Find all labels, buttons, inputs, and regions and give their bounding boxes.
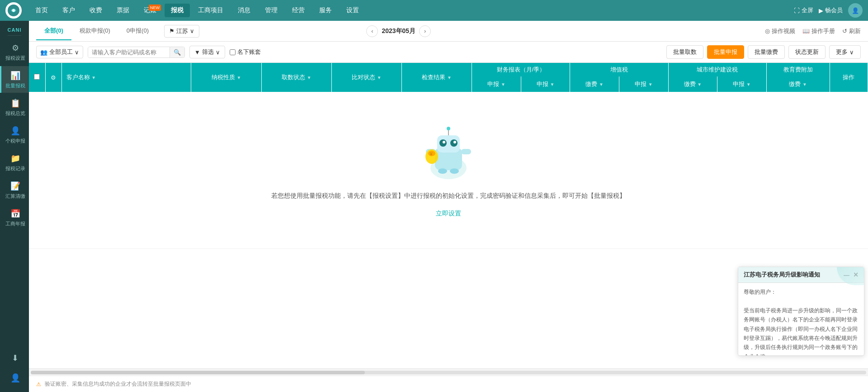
nav-service[interactable]: 服务 [313, 4, 338, 17]
sidebar: CANI ⚙ 报税设置 📊 批量报税 📋 报税总览 👤 个税申报 📁 报税记录 … [0, 21, 29, 392]
svg-point-17 [450, 168, 459, 174]
sidebar-label-settlement: 汇算清缴 [5, 193, 25, 200]
th-financial-declare: 申报 ▼ [472, 76, 521, 92]
sub-account-checkbox[interactable] [230, 49, 236, 55]
scroll-thumb[interactable] [31, 371, 365, 374]
notif-title: 江苏电子税务局升级影响通知 [744, 271, 820, 279]
tab-all[interactable]: 全部(0) [36, 22, 71, 40]
data-table: ⚙ 客户名称 ▼ 纳税性质 ▼ 取数状态 ▼ 比对状态 ▼ [29, 63, 868, 249]
tax-overview-icon: 📋 [10, 98, 20, 108]
nav-operations[interactable]: 经营 [286, 4, 311, 17]
th-city-pay: 缴费 ▼ [668, 76, 717, 92]
sidebar-label-tax-overview: 报税总览 [5, 110, 25, 117]
sidebar-item-batch-tax[interactable]: 📊 批量报税 [0, 66, 29, 93]
sidebar-bottom: ⬇ 👤 [0, 349, 29, 392]
th-edu-declare: 申报 ▼ [717, 76, 767, 92]
region-selector[interactable]: ⚑ 江苏 ∨ [164, 25, 199, 38]
horizontal-scrollbar[interactable] [29, 368, 868, 376]
nav-tax[interactable]: 报税 [165, 4, 190, 17]
employee-label: 全部员工 [49, 48, 73, 56]
warning-text: 验证账密、采集信息均成功的企业才会流转至批量报税页面中 [45, 380, 191, 388]
empty-state-cell: ¥ 若您想使用批量报税功能，请先在【报税设置】中进行报税的初始化设置，完成密码验… [29, 92, 868, 249]
th-vat-pay: 缴费 ▼ [570, 76, 619, 92]
nav-message[interactable]: 消息 [231, 4, 257, 17]
sidebar-item-tax-record[interactable]: 📁 报税记录 [0, 149, 29, 176]
download-icon: ⬇ [12, 353, 19, 363]
nav-home[interactable]: 首页 [29, 4, 54, 17]
nav-business[interactable]: 工商项目 [192, 4, 230, 17]
member-button[interactable]: ▶ 畅会员 [819, 6, 843, 14]
next-period-button[interactable]: › [419, 25, 431, 37]
select-all-checkbox[interactable] [34, 74, 40, 80]
scroll-track [31, 371, 866, 374]
svg-point-1 [12, 9, 15, 12]
tab-zero-declare[interactable]: 0申报(0) [118, 22, 157, 40]
toolbar: 👥 全部员工 ∨ 🔍 ▼ 筛选 ∨ 名下账套 批量取数 批量申报 批量缴费 [29, 42, 868, 63]
sidebar-label-tax-settings: 报税设置 [5, 55, 25, 62]
fullscreen-button[interactable]: ⛶ 全屏 [794, 6, 813, 14]
th-financial-report: 财务报表（月/季） [472, 63, 570, 76]
region-text: 江苏 [176, 27, 188, 35]
svg-rect-12 [461, 149, 471, 154]
nav-customer[interactable]: 客户 [56, 4, 81, 17]
refresh-action[interactable]: ↺ 刷新 [842, 27, 861, 35]
tabs-period-bar: 全部(0) 税款申报(0) 0申报(0) ⚑ 江苏 ∨ ‹ [29, 21, 868, 42]
setup-link[interactable]: 立即设置 [436, 210, 461, 218]
empty-description: 若您想使用批量报税功能，请先在【报税设置】中进行报税的初始化设置，完成密码验证和… [271, 191, 626, 201]
batch-fetch-button[interactable]: 批量取数 [666, 45, 703, 59]
region-icon: ⚑ [169, 28, 175, 34]
nav-billing[interactable]: 收费 [83, 4, 108, 17]
employee-select[interactable]: 👥 全部员工 ∨ [36, 46, 83, 58]
nav-management[interactable]: 管理 [259, 4, 284, 17]
th-education-surcharge: 教育费附加 [766, 63, 830, 76]
nav-items: 首页 客户 收费 票据 记账 NEW 报税 工商项目 消息 管理 经营 服务 设… [29, 4, 794, 17]
sidebar-label-batch-tax: 批量报税 [5, 82, 25, 89]
svg-point-10 [447, 127, 450, 130]
sidebar-item-tax-settings[interactable]: ⚙ 报税设置 [0, 38, 29, 65]
nav-settings[interactable]: 设置 [340, 4, 365, 17]
sidebar-item-personal-tax[interactable]: 👤 个税申报 [0, 121, 29, 148]
search-box: 🔍 [88, 47, 185, 58]
sidebar-item-tax-overview[interactable]: 📋 报税总览 [0, 94, 29, 120]
sidebar-item-profile[interactable]: 👤 [0, 368, 29, 387]
search-input[interactable] [88, 47, 170, 57]
member-icon: ▶ [819, 7, 823, 14]
refresh-icon: ↺ [842, 28, 847, 34]
sidebar-item-settlement[interactable]: 📝 汇算清缴 [0, 177, 29, 203]
notif-text: 尊敬的用户： 受当前电子税务局进一步升级的影响，同一个政务网账号（办税人）名下的… [744, 287, 859, 355]
search-button[interactable]: 🔍 [170, 47, 184, 57]
more-button[interactable]: 更多 ∨ [829, 45, 861, 59]
user-avatar[interactable]: 👤 [848, 3, 863, 18]
video-action[interactable]: ◎ 操作视频 [765, 27, 795, 35]
new-badge: NEW [149, 5, 161, 11]
nav-accounting[interactable]: 记账 NEW [137, 4, 163, 17]
tax-record-icon: 📁 [10, 153, 20, 163]
th-vat: 增值税 [570, 63, 668, 76]
nav-invoice[interactable]: 票据 [110, 4, 136, 17]
th-checkbox [29, 63, 45, 92]
th-gear: ⚙ [45, 63, 61, 92]
prev-period-button[interactable]: ‹ [366, 25, 378, 37]
svg-point-16 [438, 168, 447, 174]
batch-declare-button[interactable]: 批量申报 [707, 45, 744, 59]
tab-tax-declare[interactable]: 税款申报(0) [71, 22, 118, 40]
sidebar-item-download[interactable]: ⬇ [0, 349, 29, 367]
batch-pay-button[interactable]: 批量缴费 [748, 45, 785, 59]
status-update-button[interactable]: 状态更新 [788, 45, 826, 59]
th-vat-declare: 申报 ▼ [521, 76, 570, 92]
sidebar-item-annual-report[interactable]: 📅 工商年报 [0, 204, 29, 231]
filter-button[interactable]: ▼ 筛选 ∨ [189, 46, 225, 58]
employee-chevron: ∨ [75, 49, 79, 56]
fullscreen-icon: ⛶ [794, 7, 800, 14]
svg-point-8 [453, 141, 456, 143]
empty-state: ¥ 若您想使用批量报税功能，请先在【报税设置】中进行报税的初始化设置，完成密码验… [33, 96, 863, 245]
period-right-actions: ◎ 操作视频 📖 操作手册 ↺ 刷新 [765, 27, 861, 35]
manual-action[interactable]: 📖 操作手册 [802, 27, 835, 35]
sub-account-checkbox-label[interactable]: 名下账套 [230, 48, 261, 56]
video-icon: ◎ [765, 28, 770, 34]
sidebar-label-personal-tax: 个税申报 [5, 138, 25, 144]
th-name: 客户名称 ▼ [61, 63, 191, 92]
app-logo[interactable] [5, 2, 22, 19]
sub-account-label: 名下账套 [237, 48, 261, 56]
filter-chevron: ∨ [216, 49, 220, 56]
